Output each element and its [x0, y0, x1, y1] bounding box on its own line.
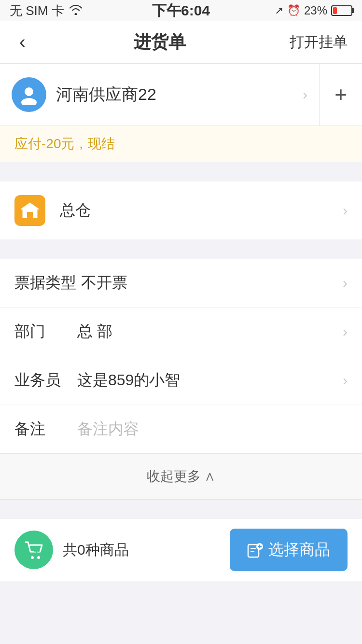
battery-percent: 23% — [304, 4, 327, 17]
page-title: 进货单 — [134, 30, 186, 54]
content: 河南供应商22 › + 应付-20元，现结 总仓 › — [0, 64, 362, 644]
warehouse-name: 总仓 — [60, 200, 343, 221]
status-time: 下午6:04 — [152, 1, 210, 21]
department-row[interactable]: 部门 总 部 › — [0, 308, 362, 356]
invoice-type-label: 票据类型 — [14, 272, 76, 294]
department-value: 总 部 — [77, 321, 343, 342]
location-icon: ↗ — [275, 4, 283, 17]
svg-point-3 — [31, 556, 34, 559]
status-bar: 无 SIM 卡 下午6:04 ↗ ⏰ 23% — [0, 0, 362, 21]
wifi-icon — [69, 3, 83, 18]
warehouse-section: 总仓 › — [0, 182, 362, 239]
bottom-bar: 共0种商品 选择商品 — [0, 519, 362, 581]
select-product-button[interactable]: 选择商品 — [230, 529, 348, 571]
select-product-label: 选择商品 — [268, 539, 330, 560]
add-supplier-button[interactable]: + — [320, 64, 362, 126]
nav-bar: ‹ 进货单 打开挂单 — [0, 21, 362, 64]
divider-1 — [0, 172, 362, 182]
warehouse-icon — [14, 195, 45, 226]
svg-rect-2 — [27, 212, 33, 218]
svg-point-4 — [37, 556, 40, 559]
invoice-type-chevron-icon: › — [343, 275, 348, 291]
remark-label: 备注 — [14, 419, 72, 440]
notice-banner: 应付-20元，现结 — [0, 126, 362, 162]
department-chevron-icon: › — [343, 323, 348, 340]
open-pending-button[interactable]: 打开挂单 — [290, 32, 348, 52]
supplier-section: 河南供应商22 › + 应付-20元，现结 — [0, 64, 362, 162]
collapse-button[interactable]: 收起更多 ∧ — [0, 453, 362, 500]
collapse-label: 收起更多 ∧ — [147, 467, 216, 486]
salesperson-label: 业务员 — [14, 370, 72, 391]
supplier-selector[interactable]: 河南供应商22 › — [0, 64, 320, 126]
supplier-name: 河南供应商22 — [56, 84, 156, 106]
supplier-avatar — [12, 77, 46, 112]
salesperson-row[interactable]: 业务员 这是859的小智 › — [0, 356, 362, 405]
status-left: 无 SIM 卡 — [10, 2, 83, 19]
carrier-text: 无 SIM 卡 — [10, 2, 64, 19]
salesperson-value: 这是859的小智 — [77, 370, 343, 391]
svg-point-0 — [25, 87, 33, 96]
department-label: 部门 — [14, 321, 72, 342]
divider-3 — [0, 500, 362, 509]
remark-input[interactable]: 备注内容 — [77, 419, 348, 440]
remark-row[interactable]: 备注 备注内容 — [0, 405, 362, 453]
invoice-type-row[interactable]: 票据类型 不开票 › — [0, 259, 362, 308]
supplier-chevron-icon: › — [303, 86, 307, 103]
invoice-type-value: 不开票 — [81, 272, 343, 294]
back-button[interactable]: ‹ — [14, 27, 30, 57]
cart-icon — [14, 531, 53, 569]
product-count-text: 共0种商品 — [63, 540, 230, 560]
alarm-icon: ⏰ — [287, 4, 300, 17]
svg-point-1 — [21, 98, 37, 105]
divider-2 — [0, 249, 362, 259]
form-section: 票据类型 不开票 › 部门 总 部 › 业务员 这是859的小智 › 备注 备注… — [0, 259, 362, 453]
warehouse-chevron-icon: › — [343, 202, 348, 219]
salesperson-chevron-icon: › — [343, 372, 348, 389]
status-right: ↗ ⏰ 23% — [275, 4, 352, 17]
battery-icon — [331, 5, 352, 16]
gray-fill-area — [0, 581, 362, 644]
warehouse-row[interactable]: 总仓 › — [0, 182, 362, 239]
